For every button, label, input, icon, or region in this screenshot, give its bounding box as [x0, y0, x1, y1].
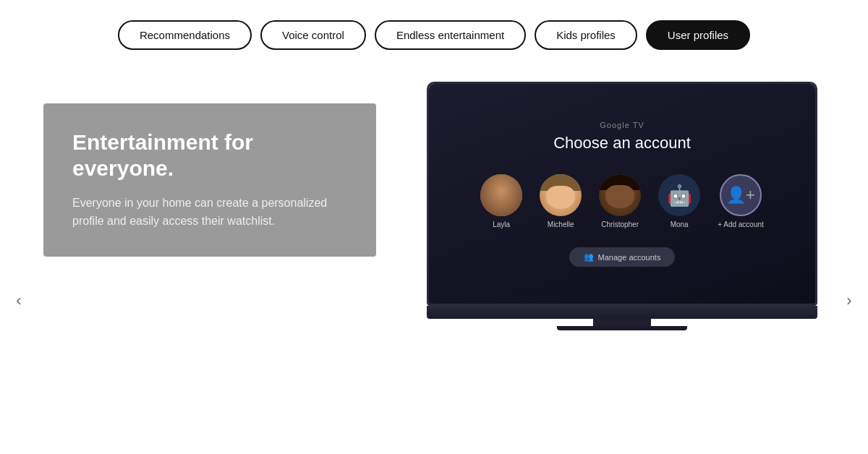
manage-accounts-label: Manage accounts — [598, 253, 661, 262]
profile-add-account[interactable]: 👤+ + Add account — [718, 174, 764, 228]
profiles-row: Layla Michelle — [480, 174, 764, 228]
google-tv-label: Google TV — [600, 121, 644, 129]
tv-stand-base — [427, 306, 817, 319]
tab-recommendations[interactable]: Recommendations — [118, 20, 252, 50]
profile-name-christopher: Christopher — [601, 220, 639, 228]
tab-voice-control[interactable]: Voice control — [260, 20, 366, 50]
profile-mona[interactable]: 🤖 Mona — [658, 174, 700, 228]
main-content: Entertainment for everyone. Everyone in … — [0, 67, 868, 330]
profile-name-mona: Mona — [671, 220, 689, 228]
feature-description-block: Entertainment for everyone. Everyone in … — [43, 103, 376, 257]
tv-screen: Google TV Choose an account — [427, 82, 817, 306]
feature-body: Everyone in your home can create a perso… — [72, 194, 347, 231]
profile-leyla[interactable]: Layla — [480, 174, 522, 228]
avatar-michelle — [540, 174, 582, 216]
tv-mockup: Google TV Choose an account — [420, 82, 825, 330]
add-person-icon: 👤+ — [726, 186, 755, 205]
choose-account-title: Choose an account — [553, 134, 691, 153]
tab-endless-entertainment[interactable]: Endless entertainment — [375, 20, 526, 50]
avatar-mona: 🤖 — [658, 174, 700, 216]
tv-stand-neck — [593, 319, 651, 326]
profile-name-michelle: Michelle — [548, 220, 574, 228]
profile-name-leyla: Layla — [493, 220, 510, 228]
tab-user-profiles[interactable]: User profiles — [646, 20, 750, 50]
avatar-christopher — [599, 174, 641, 216]
avatar-add: 👤+ — [720, 174, 762, 216]
tab-kids-profiles[interactable]: Kids profiles — [535, 20, 637, 50]
tv-stand-foot — [557, 326, 687, 330]
profile-christopher[interactable]: Christopher — [599, 174, 641, 228]
feature-tabs: Recommendations Voice control Endless en… — [0, 0, 868, 67]
tv-outer: Google TV Choose an account — [427, 82, 817, 330]
tv-ui: Google TV Choose an account — [429, 84, 815, 304]
chevron-right-icon: › — [846, 291, 851, 310]
profile-name-add: + Add account — [718, 220, 764, 228]
robot-icon: 🤖 — [667, 184, 692, 207]
feature-headline: Entertainment for everyone. — [72, 129, 347, 181]
profile-michelle[interactable]: Michelle — [540, 174, 582, 228]
manage-accounts-button[interactable]: 👥 Manage accounts — [569, 247, 676, 267]
avatar-leyla — [480, 174, 522, 216]
manage-icon: 👥 — [584, 252, 594, 262]
next-arrow[interactable]: › — [838, 289, 861, 312]
